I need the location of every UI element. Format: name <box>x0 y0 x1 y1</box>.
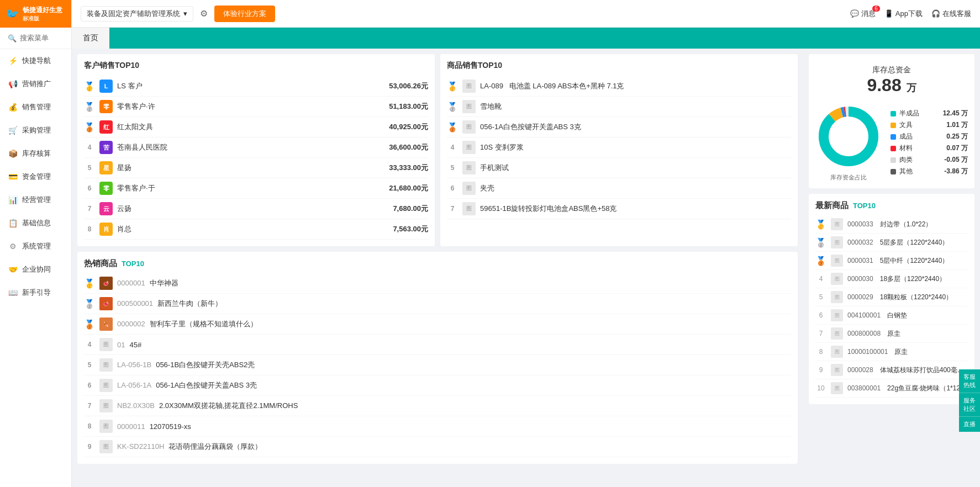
new-product-name-5: 18颗粒板（1220*2440） <box>880 293 968 302</box>
app-download-button[interactable]: 📱 App下载 <box>884 9 923 19</box>
new-product-img-1: 图 <box>831 218 843 230</box>
product-name-3: 056-1A白色按键开关盖ABS 3克 <box>480 122 791 132</box>
new-product-img-6: 图 <box>831 309 843 321</box>
inventory-icon: 📦 <box>8 149 18 158</box>
float-btn-live[interactable]: 直播 <box>959 417 980 432</box>
customer-name-3: 红太阳文具 <box>117 122 384 132</box>
message-button[interactable]: 💬 消息 6 <box>850 9 876 19</box>
sidebar-item-purchase[interactable]: 🛒 采购管理 <box>0 119 71 142</box>
product-rank-item-3: 图 056-1A白色按键开关盖ABS 3克 <box>447 117 791 137</box>
tab-home[interactable]: 首页 <box>72 28 109 49</box>
hot-medal-3 <box>84 319 95 330</box>
customer-avatar-8: 肖 <box>99 223 113 236</box>
legend-dot-finished <box>891 134 896 140</box>
customer-value-4: 36,600.00元 <box>389 142 428 152</box>
new-product-name-8: 原圭 <box>894 347 968 357</box>
sidebar-item-inventory[interactable]: 📦 库存核算 <box>0 142 71 165</box>
inventory-value: 9.88 <box>867 75 901 95</box>
customer-value-5: 33,333.00元 <box>389 163 428 173</box>
tab-home-label: 首页 <box>83 33 98 42</box>
sidebar-item-basic-info[interactable]: 📋 基础信息 <box>0 211 71 235</box>
hot-img-8: 图 <box>99 420 113 433</box>
legend-value-semifinished: 12.45 万 <box>943 109 968 118</box>
legend-dot-other <box>891 169 896 174</box>
rank-num-7: 7 <box>84 205 95 213</box>
hot-products-card: 热销商品 TOP10 🥩 0000001中华神器 🥩 000500001新西兰牛… <box>77 252 798 464</box>
new-product-code-3: 0000031 <box>847 257 873 264</box>
search-menu[interactable]: 🔍 搜索菜单 <box>0 28 71 49</box>
settings-icon[interactable]: ⚙ <box>200 8 208 19</box>
new-product-name-2: 5层多层（1220*2440） <box>880 238 968 247</box>
legend-value-material: 0.07 万 <box>946 144 968 153</box>
customer-ranking-card: 客户销售TOP10 L LS 客户 53,006.26元 零 零售客户·许 <box>77 54 435 246</box>
sales-icon: 💰 <box>8 102 18 112</box>
sidebar-item-guide[interactable]: 📖 新手引导 <box>0 281 71 304</box>
sidebar-item-collaboration[interactable]: 🤝 企业协同 <box>0 258 71 281</box>
hot-medal-1 <box>84 278 95 289</box>
customer-name-5: 星扬 <box>117 163 384 173</box>
new-product-item-3: 图 0000031 5层中纤（1220*2440） <box>815 252 968 270</box>
legend-name-semifinished: 半成品 <box>899 109 940 118</box>
hot-products-list: 🥩 0000001中华神器 🥩 000500001新西兰牛肉（新牛） 🍖 000… <box>84 273 791 457</box>
legend-item-semifinished: 半成品 12.45 万 <box>891 108 968 119</box>
sidebar-label-inventory: 库存核算 <box>22 149 51 158</box>
chevron-down-icon: ▾ <box>183 9 187 18</box>
product-img-3: 图 <box>462 120 476 134</box>
customer-avatar-7: 云 <box>99 202 113 215</box>
product-name-2: 雪地靴 <box>480 102 791 112</box>
legend-name-material: 材料 <box>899 144 943 153</box>
customer-value-6: 21,680.00元 <box>389 183 428 193</box>
hot-products-subtitle: TOP10 <box>122 260 144 268</box>
sidebar-item-system[interactable]: ⚙ 系统管理 <box>0 235 71 258</box>
rank-num-8: 8 <box>84 225 95 233</box>
inventory-card: 库存总资金 9.88 万 <box>809 54 974 188</box>
rank-num-5: 5 <box>84 164 95 172</box>
search-label: 搜索菜单 <box>20 33 49 43</box>
customer-rank-item-2: 零 零售客户·许 51,183.00元 <box>84 97 428 117</box>
sidebar-item-operations[interactable]: 📊 经营管理 <box>0 188 71 211</box>
new-product-code-4: 0000030 <box>847 275 873 283</box>
product-rank-list: 图 LA-089 电池盖 LA-089 ABS本色+黑种 7.1克 图 雪地靴 … <box>447 76 791 219</box>
product-rank-num-7: 7 <box>447 205 458 213</box>
inventory-chart-label: 库存资金占比 <box>815 173 882 182</box>
hot-product-item-5: 5 图 LA-056-1B056-1B白色按键开关壳ABS2壳 <box>84 355 791 375</box>
new-product-img-8: 图 <box>831 346 843 358</box>
purchase-icon: 🛒 <box>8 125 18 135</box>
customer-name-2: 零售客户·许 <box>117 102 384 112</box>
hot-product-item-7: 7 图 NB2.0X30B2.0X30MM双搓花轴,搓花直径2.1MM/ROHS <box>84 396 791 416</box>
legend-item-meat: 肉类 -0.05 万 <box>891 154 968 166</box>
system-selector[interactable]: 装备及固定资产辅助管理系统 ▾ <box>81 6 193 22</box>
new-products-subtitle: TOP10 <box>853 202 876 210</box>
sidebar-item-quicknav[interactable]: ⚡ 快捷导航 <box>0 49 71 72</box>
new-product-code-7: 000800008 <box>847 330 881 337</box>
customer-value-2: 51,183.00元 <box>389 102 428 112</box>
legend-name-meat: 肉类 <box>899 155 941 165</box>
sidebar-logo: 🐦 畅捷通好生意 标准版 <box>0 0 71 28</box>
float-btn-service[interactable]: 客服热线 <box>959 369 980 393</box>
legend-item-material: 材料 0.07 万 <box>891 142 968 154</box>
sidebar-item-sales[interactable]: 💰 销售管理 <box>0 96 71 119</box>
sidebar-item-finance[interactable]: 💳 资金管理 <box>0 165 71 188</box>
customer-avatar-5: 星 <box>99 161 113 174</box>
hot-product-name-4: 0145# <box>117 341 791 349</box>
customer-rank-item-1: L LS 客户 53,006.26元 <box>84 76 428 97</box>
hot-product-name-3: 0000002智利车子里（规格不知道填什么） <box>117 319 791 329</box>
hot-img-4: 图 <box>99 338 113 351</box>
online-service-button[interactable]: 🎧 在线客服 <box>931 9 971 19</box>
sidebar-label-finance: 资金管理 <box>22 172 51 182</box>
trial-button[interactable]: 体验行业方案 <box>214 6 275 22</box>
float-btn-community[interactable]: 服务社区 <box>959 393 980 417</box>
sidebar-label-system: 系统管理 <box>22 241 51 251</box>
sidebar: 🐦 畅捷通好生意 标准版 🔍 搜索菜单 ⚡ 快捷导航 📢 营销推广 💰 销售管理… <box>0 0 72 487</box>
hot-products-header: 热销商品 TOP10 <box>84 258 791 269</box>
product-name-6: 夹壳 <box>480 183 791 193</box>
hot-product-name-5: LA-056-1B056-1B白色按键开关壳ABS2壳 <box>117 360 791 370</box>
product-rank-item-2: 图 雪地靴 <box>447 97 791 117</box>
system-name: 装备及固定资产辅助管理系统 <box>87 9 180 19</box>
legend-item-finished: 成品 0.25 万 <box>891 131 968 142</box>
marketing-icon: 📢 <box>8 79 18 89</box>
hot-product-name-8: 000001112070519-xs <box>117 422 791 431</box>
sidebar-item-marketing[interactable]: 📢 营销推广 <box>0 72 71 96</box>
hot-product-item-2: 🥩 000500001新西兰牛肉（新牛） <box>84 294 791 314</box>
legend-dot-stationery <box>891 123 896 128</box>
